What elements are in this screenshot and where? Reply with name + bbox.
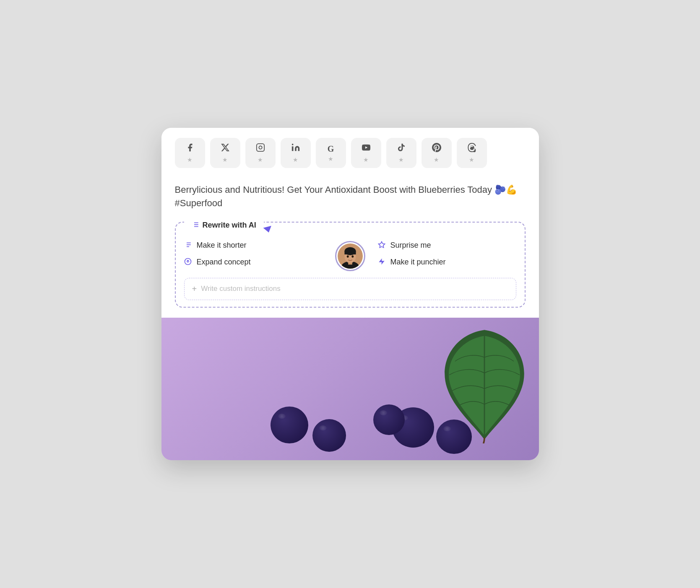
expand-label: Expand concept (197, 258, 251, 267)
svg-point-24 (351, 255, 354, 257)
blueberry-image (161, 318, 539, 460)
star-icon: ★ (222, 156, 228, 163)
avatar-ring (335, 241, 365, 271)
avatar-container (331, 241, 370, 271)
social-btn-tiktok[interactable]: ★ (386, 138, 416, 168)
shorter-label: Make it shorter (197, 241, 247, 250)
youtube-icon (362, 143, 371, 155)
avatar (338, 243, 363, 269)
shorter-icon (184, 241, 193, 250)
star-icon: ★ (469, 156, 474, 163)
social-btn-instagram[interactable]: ★ (245, 138, 276, 168)
svg-rect-0 (256, 144, 264, 151)
surprise-label: Surprise me (390, 241, 431, 250)
image-background (161, 318, 539, 460)
instagram-icon (256, 143, 265, 155)
tooltip-arrow (263, 226, 273, 234)
ai-options-left: Make it shorter Expand concept (184, 241, 323, 267)
social-btn-facebook[interactable]: ★ (175, 138, 205, 168)
star-icon: ★ (363, 156, 369, 163)
punchier-label: Make it punchier (390, 258, 446, 267)
blueberry-1 (271, 407, 308, 443)
post-text: Berrylicious and Nutritious! Get Your An… (175, 183, 526, 210)
app-window: ★ ★ ★ ★ G ★ ★ (161, 128, 539, 460)
expand-icon (184, 258, 193, 267)
svg-point-23 (346, 255, 349, 257)
social-toolbar: ★ ★ ★ ★ G ★ ★ (161, 128, 539, 175)
social-btn-threads[interactable]: ★ (457, 138, 487, 168)
svg-marker-25 (378, 241, 385, 247)
ai-option-expand[interactable]: Expand concept (184, 258, 323, 267)
ai-header-label: Rewrite with AI (203, 221, 256, 230)
twitter-x-icon (221, 143, 230, 155)
svg-rect-22 (344, 251, 356, 254)
threads-icon (467, 143, 476, 155)
ai-option-punchier[interactable]: Make it punchier (378, 258, 516, 267)
social-btn-youtube[interactable]: ★ (351, 138, 381, 168)
star-icon: ★ (293, 156, 298, 163)
star-icon: ★ (434, 156, 439, 163)
ai-rewrite-header[interactable]: Rewrite with AI (184, 217, 264, 234)
surprise-icon (378, 241, 386, 250)
google-icon: G (328, 144, 334, 154)
rewrite-icon (192, 221, 199, 230)
linkedin-icon (291, 143, 300, 155)
ai-options-right: Surprise me Make it punchier (378, 241, 516, 267)
facebook-icon (185, 143, 195, 155)
blueberry-2 (312, 419, 346, 452)
ai-rewrite-panel: Rewrite with AI Make it shorter (175, 222, 526, 308)
ai-option-surprise[interactable]: Surprise me (378, 241, 516, 250)
star-icon: ★ (328, 155, 333, 162)
social-btn-linkedin[interactable]: ★ (281, 138, 311, 168)
svg-point-2 (291, 144, 293, 145)
social-btn-twitter[interactable]: ★ (210, 138, 240, 168)
star-icon: ★ (258, 156, 263, 163)
social-btn-pinterest[interactable]: ★ (422, 138, 452, 168)
svg-marker-26 (379, 258, 385, 264)
tiktok-icon (397, 143, 406, 155)
blueberry-4 (373, 404, 405, 435)
punchier-icon (378, 258, 386, 267)
social-btn-google[interactable]: G ★ (316, 138, 346, 168)
custom-instructions-placeholder: Write custom instructions (201, 285, 281, 293)
plus-icon: + (192, 284, 197, 294)
ai-panel-body: Make it shorter Expand concept (176, 234, 525, 275)
star-icon: ★ (187, 156, 193, 163)
ai-option-shorter[interactable]: Make it shorter (184, 241, 323, 250)
blueberry-5 (436, 420, 472, 454)
custom-instructions-input[interactable]: + Write custom instructions (184, 278, 516, 300)
content-area: Berrylicious and Nutritious! Get Your An… (161, 175, 539, 318)
pinterest-icon (432, 143, 441, 155)
star-icon: ★ (398, 156, 404, 163)
